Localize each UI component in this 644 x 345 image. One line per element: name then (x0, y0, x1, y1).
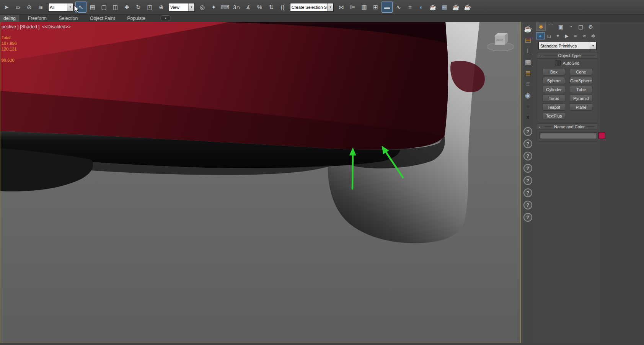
bind-to-space-warp-icon[interactable]: ≋ (35, 2, 46, 13)
command-panel: ✱⌒▣◔▢⚙ ●◻✦▶⌗≋✻ Standard Primitives ▼ - O… (535, 22, 600, 343)
help-button[interactable]: ? (523, 139, 532, 148)
subtab-lights[interactable]: ✦ (554, 32, 562, 39)
help-button[interactable]: ? (523, 164, 532, 173)
select-and-link-icon[interactable]: ∞ (12, 2, 23, 13)
selection-filter-value: All (49, 5, 67, 10)
ribbon-tabs: delingFreeformSelectionObject PaintPopul… (0, 15, 154, 22)
select-and-place-icon[interactable]: ⊕ (156, 2, 167, 13)
button-pyramid[interactable]: Pyramid (570, 95, 592, 102)
snaps-toggle-icon[interactable]: 3∩ (231, 2, 242, 13)
autogrid-checkbox[interactable] (556, 60, 561, 65)
render-production-icon[interactable]: ☕ (450, 2, 461, 13)
mirror-icon[interactable]: ⋈ (336, 2, 347, 13)
schematic-view-icon[interactable]: ⌗ (404, 2, 416, 13)
material-editor-icon[interactable]: ◐ (416, 2, 427, 13)
named-selection-sets-dropdown[interactable]: Create Selection Se ▼ (290, 3, 334, 11)
dropdown-arrow-icon: ▼ (590, 42, 596, 49)
tab-hierarchy[interactable]: ▣ (556, 23, 566, 31)
button-tube[interactable]: Tube (570, 86, 592, 93)
ribbon-toggle-icon[interactable]: ▬ (382, 2, 393, 13)
subtab-helpers[interactable]: ⌗ (571, 32, 580, 39)
rectangular-selection-icon[interactable]: ▢ (98, 2, 109, 13)
scene-explorer-icon[interactable]: ▥ (359, 2, 370, 13)
link-cursor-icon[interactable]: ➤ (1, 2, 12, 13)
subtab-space-warps[interactable]: ≋ (580, 32, 589, 39)
toolbar-icon-glyph: ⌗ (408, 4, 411, 11)
select-object-icon[interactable]: ↖ (75, 2, 86, 13)
select-by-name-icon[interactable]: ▤ (87, 2, 98, 13)
button-teapot[interactable]: Teapot (543, 103, 565, 111)
ribbon-tab-populate[interactable]: Populate (124, 15, 148, 22)
help-button[interactable]: ? (523, 213, 532, 222)
keyboard-shortcut-override-icon[interactable]: ⌨ (220, 2, 231, 13)
help-button[interactable]: ? (523, 176, 532, 185)
tab-utilities[interactable]: ⚙ (586, 23, 595, 31)
perspective-viewport[interactable]: FRONT pective ] [Shaded ] <<Disabled>> T… (0, 22, 521, 343)
tab-modify[interactable]: ⌒ (546, 23, 556, 31)
stats-value-2: 120,131 (2, 46, 17, 52)
button-torus[interactable]: Torus (543, 95, 565, 102)
button-cone[interactable]: Cone (570, 68, 592, 75)
stand-icon[interactable]: ⊥ (523, 46, 533, 56)
ribbon-tab-freeform[interactable]: Freeform (24, 15, 50, 22)
edit-named-selection-sets-icon[interactable]: {} (277, 2, 288, 13)
help-button[interactable]: ? (523, 188, 532, 197)
stack-icon[interactable]: ≡ (523, 79, 533, 90)
toolbar-icon-glyph: ∡ (246, 4, 251, 11)
subtab-geometry[interactable]: ● (536, 32, 545, 39)
select-and-scale-icon[interactable]: ◰ (144, 2, 155, 13)
render-flyout-icon[interactable]: ☕ (462, 2, 473, 13)
rendered-frame-icon[interactable]: ▦ (439, 2, 450, 13)
help-button[interactable]: ? (523, 127, 532, 136)
archive-box-icon[interactable]: ▤ (523, 34, 533, 45)
tab-display[interactable]: ▢ (576, 23, 585, 31)
align-icon[interactable]: ⊫ (347, 2, 358, 13)
checker-map-icon[interactable]: ▦ (523, 57, 533, 67)
subtab-glyph: ▶ (565, 33, 568, 39)
subtab-shapes[interactable]: ◻ (545, 32, 553, 39)
object-type-rollout-header[interactable]: - Object Type (537, 52, 598, 59)
category-dropdown[interactable]: Standard Primitives ▼ (538, 42, 597, 50)
help-button[interactable]: ? (523, 201, 532, 209)
object-name-input[interactable] (540, 132, 597, 139)
percent-snap-icon[interactable]: % (254, 2, 265, 13)
layer-explorer-icon[interactable]: ⊞ (370, 2, 381, 13)
ribbon-minimize-button[interactable]: ▼ (160, 15, 171, 21)
use-pivot-point-center-icon[interactable]: ◎ (197, 2, 208, 13)
ribbon-tab-selection[interactable]: Selection (55, 15, 81, 22)
select-and-manipulate-icon[interactable]: ✦ (208, 2, 219, 13)
button-box[interactable]: Box (543, 68, 565, 75)
tab-motion[interactable]: ◔ (566, 23, 576, 31)
button-sphere[interactable]: Sphere (543, 77, 565, 84)
button-cylinder[interactable]: Cylinder (543, 86, 565, 93)
selection-filter-dropdown[interactable]: All ▼ (48, 3, 73, 11)
dark-sphere-icon[interactable]: ● (523, 101, 533, 112)
ribbon-tab-modeling[interactable]: deling (0, 15, 19, 22)
curve-editor-icon[interactable]: ∿ (393, 2, 404, 13)
spinner-snap-icon[interactable]: ⇅ (266, 2, 277, 13)
delete-x-icon[interactable]: × (523, 112, 533, 123)
select-and-move-icon[interactable]: ✚ (121, 2, 132, 13)
object-color-swatch[interactable] (598, 132, 605, 139)
select-and-rotate-icon[interactable]: ↻ (133, 2, 144, 13)
button-textplus[interactable]: TextPlus (543, 112, 565, 119)
unlink-selection-icon[interactable]: ⊘ (24, 2, 35, 13)
subtab-cameras[interactable]: ▶ (562, 32, 571, 39)
side-icon-glyph: ◉ (525, 92, 531, 100)
button-geosphere[interactable]: GeoSphere (570, 77, 592, 84)
viewport-label[interactable]: pective ] [Shaded ] <<Disabled>> (2, 24, 71, 29)
render-setup-icon[interactable]: ☕ (427, 2, 439, 13)
tab-create[interactable]: ✱ (536, 23, 546, 31)
render-teapot-icon[interactable]: ☕ (523, 23, 533, 34)
striped-sphere-icon[interactable]: ◉ (523, 90, 533, 101)
reference-coordinate-dropdown[interactable]: View ▼ (169, 3, 195, 11)
help-button[interactable]: ? (523, 152, 532, 160)
ribbon-tab-object-paint[interactable]: Object Paint (86, 15, 118, 22)
window-crossing-icon[interactable]: ◫ (110, 2, 121, 13)
angle-snap-icon[interactable]: ∡ (243, 2, 254, 13)
button-plane[interactable]: Plane (570, 103, 592, 111)
subtab-systems[interactable]: ✻ (589, 32, 597, 39)
selection-set-value: Create Selection Se (290, 5, 327, 10)
name-color-rollout-header[interactable]: - Name and Color (537, 123, 598, 130)
layers-icon[interactable]: ≣ (523, 68, 533, 78)
